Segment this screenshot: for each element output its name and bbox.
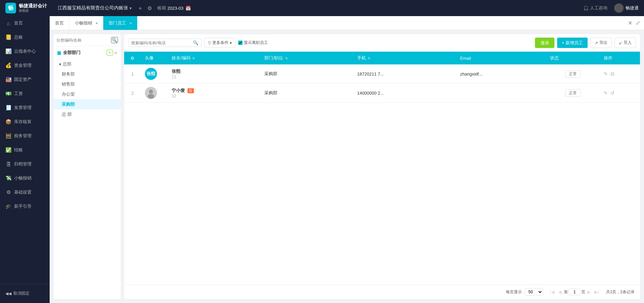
user-menu[interactable]: 畅捷通 xyxy=(614,3,639,13)
dept-node-purchase[interactable]: 采购部 xyxy=(54,99,121,109)
company-name: 江西服宝精品有限责任公司内账张 xyxy=(58,5,128,11)
invite-btn[interactable]: 邀请 xyxy=(535,38,554,48)
emp-name-2: 宁小壹 xyxy=(172,88,185,94)
sidebar-item-archive[interactable]: 🗄 归档管理 xyxy=(0,157,50,171)
add-emp-btn[interactable]: + 新增员工 xyxy=(557,38,588,48)
dept-search-icon[interactable]: 🔍 xyxy=(111,37,118,43)
sidebar-item-tax[interactable]: 🧮 税务管理 xyxy=(0,129,50,143)
dept-node-finance[interactable]: 财务部 xyxy=(54,69,121,79)
sidebar-item-expense[interactable]: 💸 小畅报销 xyxy=(0,171,50,185)
dept-search-bar: 🔍 xyxy=(54,34,121,46)
sidebar-item-inventory[interactable]: 📦 库存核算 xyxy=(0,115,50,129)
page-input[interactable] xyxy=(569,289,581,295)
status-badge-1: 正常 xyxy=(565,70,581,78)
cancel-fixed-btn[interactable]: ◀◀ 取消固定 xyxy=(0,287,50,300)
export-icon: ↗ xyxy=(595,41,598,45)
tab-expand-btn[interactable]: ⤢ xyxy=(636,20,640,26)
filter-btn[interactable]: ▽ 更多条件 ▾ xyxy=(204,38,235,48)
dept-node-office[interactable]: 办公室 xyxy=(54,89,121,99)
logout-icon-1[interactable]: ⊟ xyxy=(610,71,614,77)
invoice-icon: 🧾 xyxy=(5,105,11,111)
tab-dept-emp[interactable]: 部门员工 × xyxy=(103,16,137,30)
emp-tag-2: 应 xyxy=(187,88,194,93)
show-resigned-checkbox[interactable] xyxy=(238,41,243,45)
toolbar-right: 邀请 + 新增员工 ↗ 导出 ↙ 导入 xyxy=(535,38,636,48)
sidebar-item-funds[interactable]: 💰 资金管理 xyxy=(0,58,50,72)
emp-table: ⚙ 头像 姓名/编码 ⇅ 部门/职位 ⇅ 手机 ⇅ Email 状态 操作 xyxy=(124,52,640,103)
page-prev-btn[interactable]: ◀ xyxy=(557,289,563,295)
sidebar-label-funds: 资金管理 xyxy=(14,62,32,68)
content-area: 首页 小畅报销 × 部门员工 × ✕ ⤢ 🔍 xyxy=(50,16,644,303)
sidebar-label-guide: 新手引导 xyxy=(14,203,32,209)
company-dropdown-icon[interactable]: ▾ xyxy=(129,6,132,11)
sidebar-item-invoice[interactable]: 🧾 发票管理 xyxy=(0,101,50,115)
sidebar-item-ledger[interactable]: 📒 总账 xyxy=(0,30,50,44)
checkout-icon: ✅ xyxy=(5,147,11,153)
th-dept-pos[interactable]: 部门/职位 ⇅ xyxy=(260,52,353,64)
th-phone[interactable]: 手机 ⇅ xyxy=(353,52,456,64)
th-actions: 操作 xyxy=(600,52,640,64)
page-last-btn[interactable]: ▶| xyxy=(593,289,601,295)
tab-expense[interactable]: 小畅报销 × xyxy=(69,16,103,30)
row-phone-1: 18720211 7... xyxy=(353,64,456,84)
emp-search-btn[interactable]: 🔍 xyxy=(193,40,199,45)
sidebar-item-reports[interactable]: 📊 云报表中心 xyxy=(0,44,50,58)
row-email-2 xyxy=(456,84,546,103)
settings-icon[interactable]: ⚙ xyxy=(147,5,152,11)
page-unit-label: 页 xyxy=(581,289,585,295)
dept-node-sales[interactable]: 销售部 xyxy=(54,79,121,89)
tab-dept-emp-close[interactable]: × xyxy=(129,21,131,25)
page-next-btn[interactable]: ▶ xyxy=(586,289,592,295)
dept-collapse-icon[interactable]: « xyxy=(114,50,117,56)
per-page-select[interactable]: 50 10 20 100 xyxy=(525,288,543,296)
sidebar-item-settings[interactable]: ⚙ 基础设置 xyxy=(0,185,50,199)
show-resigned-label[interactable]: 显示离职员工 xyxy=(238,40,268,46)
salary-icon: 💵 xyxy=(5,91,11,97)
tab-home[interactable]: 首页 xyxy=(50,16,69,30)
filter-icon: ▽ xyxy=(208,41,211,45)
dept-edit-icon[interactable]: ✎ xyxy=(107,50,113,56)
export-label: 导出 xyxy=(599,40,607,46)
edit-icon-1[interactable]: ✎ xyxy=(604,71,608,77)
avatar-img-2 xyxy=(145,87,157,99)
add-company-icon[interactable]: ＋ xyxy=(137,4,143,12)
page-first-btn[interactable]: |◀ xyxy=(548,289,556,295)
page-current-label: 第 xyxy=(564,289,568,295)
dept-node-hq[interactable]: 总 部 xyxy=(54,109,121,119)
sidebar-item-checkout[interactable]: ✅ 结账 xyxy=(0,143,50,157)
export-btn[interactable]: ↗ 导出 xyxy=(590,38,612,48)
th-settings[interactable]: ⚙ xyxy=(124,52,141,64)
row-dept-1: 采购部 xyxy=(260,64,353,84)
sidebar-item-salary[interactable]: 💵 工资 xyxy=(0,87,50,101)
th-name-code[interactable]: 姓名/编码 ⇅ xyxy=(168,52,260,64)
guide-icon: 🎓 xyxy=(5,203,11,209)
service-btn[interactable]: 🎧 人工咨询 xyxy=(583,5,607,11)
dept-panel: 🔍 ▦ 全部部门 ✎ « ▾ 总部 财务部 xyxy=(54,34,121,299)
home-icon: ⌂ xyxy=(5,20,11,26)
tab-expense-close[interactable]: × xyxy=(96,21,98,25)
import-btn[interactable]: ↙ 导入 xyxy=(614,38,636,48)
row-phone-2: 14000000 2... xyxy=(353,84,456,103)
sidebar-item-guide[interactable]: 🎓 新手引导 xyxy=(0,199,50,213)
sidebar-label-checkout: 结账 xyxy=(14,147,23,153)
emp-code-2: 12 xyxy=(172,94,256,98)
tab-close-btn[interactable]: ✕ xyxy=(628,20,632,26)
sidebar-item-assets[interactable]: 🏭 固定资产 xyxy=(0,72,50,87)
tab-expense-label: 小畅报销 xyxy=(75,20,92,26)
sidebar-label-salary: 工资 xyxy=(14,91,23,97)
sidebar-item-home[interactable]: ⌂ 首页 xyxy=(0,16,50,30)
pagination: 每页显示 50 10 20 100 |◀ ◀ 第 页 ▶ ▶| xyxy=(124,285,640,299)
emp-search-input[interactable] xyxy=(131,41,192,45)
main-layout: ⌂ 首页 📒 总账 📊 云报表中心 💰 资金管理 🏭 固定资产 💵 工资 🧾 发… xyxy=(0,16,644,303)
status-badge-2: 正常 xyxy=(565,89,581,97)
dept-search-input[interactable] xyxy=(56,38,111,43)
app-title: 畅捷通好会计 xyxy=(19,3,47,9)
user-name: 畅捷通 xyxy=(626,5,639,11)
edit-icon-2[interactable]: ✎ xyxy=(604,90,608,96)
dept-node-general[interactable]: ▾ 总部 xyxy=(54,59,121,69)
dept-node-label: 财务部 xyxy=(62,71,75,77)
sidebar: ⌂ 首页 📒 总账 📊 云报表中心 💰 资金管理 🏭 固定资产 💵 工资 🧾 发… xyxy=(0,16,50,303)
emp-search-box: 🔍 xyxy=(128,39,202,47)
delete-icon-2[interactable]: ↺ xyxy=(610,90,614,96)
calendar-icon[interactable]: 📅 xyxy=(185,6,191,11)
